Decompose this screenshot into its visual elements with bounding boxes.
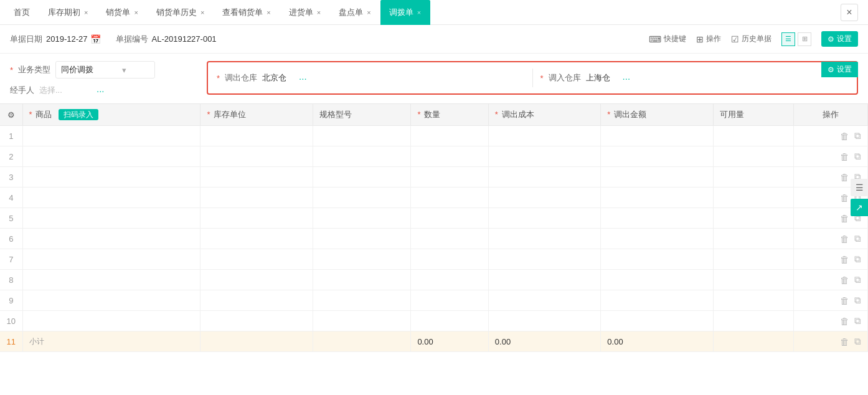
cell-cost[interactable]	[488, 229, 601, 249]
cell-unit[interactable]	[200, 188, 313, 208]
delete-icon[interactable]: 🗑	[840, 151, 849, 162]
cell-amount[interactable]	[601, 290, 714, 311]
cell-product[interactable]	[22, 229, 200, 249]
cell-amount[interactable]	[601, 270, 714, 290]
close-tab-transfer[interactable]: ×	[417, 9, 421, 16]
cell-unit[interactable]	[200, 311, 313, 331]
cell-unit[interactable]	[200, 290, 313, 311]
cell-amount[interactable]	[601, 167, 714, 188]
cell-spec[interactable]	[313, 146, 410, 167]
copy-icon[interactable]: ⧉	[854, 254, 861, 265]
cell-unit[interactable]	[200, 167, 313, 188]
cell-unit[interactable]	[200, 229, 313, 249]
to-warehouse-more-btn[interactable]: ···	[620, 73, 633, 83]
close-tab-stocktake[interactable]: ×	[367, 9, 370, 16]
cell-available[interactable]	[713, 146, 793, 167]
cell-available[interactable]	[713, 249, 793, 270]
delete-icon[interactable]: 🗑	[840, 254, 849, 265]
history-button[interactable]: ☑ 历史单据	[731, 34, 771, 44]
delete-icon[interactable]: 🗑	[840, 316, 849, 326]
copy-icon[interactable]: ⧉	[854, 233, 861, 244]
cell-amount[interactable]	[601, 311, 714, 331]
list-view-btn[interactable]: ☰	[781, 32, 795, 46]
cell-qty[interactable]	[411, 126, 488, 146]
copy-icon[interactable]: ⧉	[854, 274, 861, 285]
cell-product[interactable]	[22, 146, 200, 167]
grid-view-btn[interactable]: ⊞	[798, 32, 811, 46]
cell-amount[interactable]	[601, 229, 714, 249]
cell-amount[interactable]	[601, 188, 714, 208]
operations-button[interactable]: ⊞ 操作	[696, 34, 721, 44]
cell-qty[interactable]	[411, 270, 488, 290]
cell-spec[interactable]	[313, 208, 410, 229]
cell-spec[interactable]	[313, 229, 410, 249]
cell-amount[interactable]	[601, 208, 714, 229]
cell-unit[interactable]	[200, 270, 313, 290]
cell-unit[interactable]	[200, 146, 313, 167]
table-gear-icon[interactable]: ⚙	[7, 110, 15, 120]
cell-cost[interactable]	[488, 249, 601, 270]
close-tab-sales-order[interactable]: ×	[134, 9, 138, 16]
copy-icon[interactable]: ⧉	[854, 151, 861, 162]
cell-product[interactable]	[22, 249, 200, 270]
cell-unit[interactable]	[200, 249, 313, 270]
person-input[interactable]: 选择...	[39, 85, 89, 96]
cell-spec[interactable]	[313, 188, 410, 208]
delete-icon[interactable]: 🗑	[840, 193, 849, 203]
cell-spec[interactable]	[313, 167, 410, 188]
copy-icon[interactable]: ⧉	[854, 315, 861, 326]
cell-spec[interactable]	[313, 126, 410, 146]
cell-available[interactable]	[713, 311, 793, 331]
window-close-button[interactable]: ×	[841, 4, 858, 21]
shortcuts-button[interactable]: ⌨ 快捷键	[649, 34, 686, 44]
copy-icon[interactable]: ⧉	[854, 295, 861, 306]
business-type-select[interactable]: 同价调拨 ▾	[55, 61, 155, 79]
cell-spec[interactable]	[313, 311, 410, 331]
tab-stocktake[interactable]: 盘点单 ×	[330, 0, 380, 25]
tab-purchase[interactable]: 进货单 ×	[280, 0, 330, 25]
delete-icon[interactable]: 🗑	[840, 131, 849, 141]
cell-unit[interactable]	[200, 126, 313, 146]
cell-qty[interactable]	[411, 290, 488, 311]
cell-available[interactable]	[713, 167, 793, 188]
copy-icon[interactable]: ⧉	[854, 336, 861, 347]
delete-icon[interactable]: 🗑	[840, 234, 849, 244]
cell-product[interactable]	[22, 311, 200, 331]
delete-icon[interactable]: 🗑	[840, 275, 849, 285]
close-tab-inventory-init[interactable]: ×	[84, 9, 88, 16]
calendar-icon[interactable]: 📅	[90, 34, 101, 44]
tab-inventory-init[interactable]: 库存期初 ×	[39, 0, 97, 25]
from-warehouse-more-btn[interactable]: ···	[296, 73, 309, 83]
cell-cost[interactable]	[488, 126, 601, 146]
cell-spec[interactable]	[313, 249, 410, 270]
close-tab-view-sales[interactable]: ×	[267, 9, 270, 16]
table-container[interactable]: ⚙ * 商品 扫码录入 * 库存单位 规格型	[0, 103, 868, 395]
close-tab-purchase[interactable]: ×	[317, 9, 321, 16]
cell-product[interactable]	[22, 167, 200, 188]
delete-icon[interactable]: 🗑	[840, 295, 849, 306]
tab-sales-order[interactable]: 销货单 ×	[97, 0, 147, 25]
cell-qty[interactable]	[411, 208, 488, 229]
tab-view-sales[interactable]: 查看销货单 ×	[214, 0, 280, 25]
cell-qty[interactable]	[411, 311, 488, 331]
cell-available[interactable]	[713, 188, 793, 208]
cell-cost[interactable]	[488, 188, 601, 208]
close-tab-sales-history[interactable]: ×	[200, 9, 204, 16]
cell-unit[interactable]	[200, 208, 313, 229]
settings-button[interactable]: ⚙ 设置	[821, 31, 858, 47]
cell-amount[interactable]	[601, 126, 714, 146]
cell-qty[interactable]	[411, 249, 488, 270]
warehouse-settings-btn[interactable]: ⚙ 设置	[821, 62, 858, 77]
cell-cost[interactable]	[488, 208, 601, 229]
tab-transfer[interactable]: 调拨单 ×	[380, 0, 430, 25]
cell-available[interactable]	[713, 290, 793, 311]
cell-cost[interactable]	[488, 167, 601, 188]
cell-product[interactable]	[22, 290, 200, 311]
cell-available[interactable]	[713, 126, 793, 146]
side-export-btn[interactable]: ↗	[851, 199, 868, 216]
cell-amount[interactable]	[601, 146, 714, 167]
side-list-btn[interactable]: ☰	[851, 179, 868, 196]
cell-product[interactable]	[22, 188, 200, 208]
tab-sales-history[interactable]: 销货单历史 ×	[148, 0, 214, 25]
cell-product[interactable]	[22, 270, 200, 290]
